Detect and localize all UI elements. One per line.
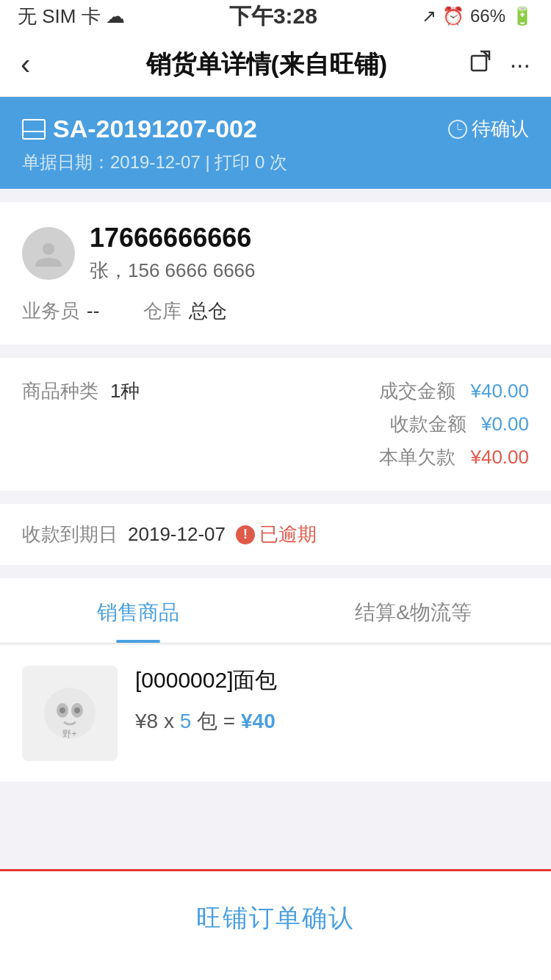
svg-point-5 <box>60 707 65 713</box>
order-id: SA-20191207-002 <box>22 115 257 143</box>
salesperson-value: -- <box>87 300 99 323</box>
svg-rect-0 <box>472 56 486 71</box>
tab-settlement[interactable]: 结算&物流等 <box>276 578 551 643</box>
product-total: ¥40 <box>241 710 276 732</box>
overdue-badge: ! 已逾期 <box>236 522 317 547</box>
more-button[interactable]: ··· <box>510 50 530 79</box>
warehouse-item: 仓库 总仓 <box>143 298 227 324</box>
clock-icon <box>448 120 467 139</box>
alarm-icon: ⏰ <box>442 6 464 26</box>
payment-amount-value: ¥0.00 <box>481 413 529 436</box>
deal-amount-value: ¥40.00 <box>470 380 529 403</box>
customer-avatar <box>22 227 75 280</box>
customer-details: 业务员 -- 仓库 总仓 <box>22 298 529 324</box>
product-unit-price: ¥8 <box>135 710 158 732</box>
svg-point-6 <box>74 707 80 713</box>
order-status: 待确认 <box>448 116 529 142</box>
customer-name: 张，156 6666 6666 <box>90 258 256 284</box>
warehouse-value: 总仓 <box>189 298 227 324</box>
balance-amount-value: ¥40.00 <box>470 446 529 469</box>
product-info: [0000002]面包 ¥8 x 5 包 = ¥40 <box>135 666 529 735</box>
tab-sales-products[interactable]: 销售商品 <box>0 578 276 643</box>
customer-section: 17666666666 张，156 6666 6666 业务员 -- 仓库 总仓 <box>0 202 551 345</box>
svg-text:野+: 野+ <box>62 729 76 739</box>
location-icon: ↗ <box>422 6 436 26</box>
svg-point-1 <box>43 243 54 255</box>
status-left: 无 SIM 卡 ☁ <box>18 4 125 29</box>
nav-bar: ‹ 销货单详情(来自旺铺) ··· <box>0 32 551 97</box>
customer-phone: 17666666666 <box>90 223 256 253</box>
confirm-order-button[interactable]: 旺铺订单确认 <box>22 886 529 951</box>
deal-amount-label: 成交金额 <box>379 378 455 404</box>
back-button[interactable]: ‹ <box>21 48 65 81</box>
due-date-section: 收款到期日 2019-12-07 ! 已逾期 <box>0 504 551 565</box>
share-button[interactable] <box>469 48 495 81</box>
product-section: 野+ [0000002]面包 ¥8 x 5 包 = ¥40 <box>0 645 551 782</box>
status-right: ↗ ⏰ 66% 🔋 <box>422 6 533 26</box>
amount-info: 成交金额 ¥40.00 收款金额 ¥0.00 本单欠款 ¥40.00 <box>379 378 529 470</box>
page-title: 销货单详情(来自旺铺) <box>146 48 388 82</box>
status-bar: 无 SIM 卡 ☁ 下午3:28 ↗ ⏰ 66% 🔋 <box>0 0 551 32</box>
overdue-text: 已逾期 <box>259 522 317 547</box>
sim-signal: 无 SIM 卡 ☁ <box>18 4 125 29</box>
order-header: SA-20191207-002 待确认 单据日期：2019-12-07 | 打印… <box>0 97 551 189</box>
overdue-icon: ! <box>236 525 255 544</box>
battery-icon: 🔋 <box>511 6 533 26</box>
product-name: [0000002]面包 <box>135 666 529 696</box>
deal-amount-row: 成交金额 ¥40.00 <box>379 378 529 404</box>
payment-amount-label: 收款金额 <box>390 411 467 437</box>
nav-actions: ··· <box>469 48 530 81</box>
category-label: 商品种类 <box>22 378 98 404</box>
balance-amount-row: 本单欠款 ¥40.00 <box>379 444 529 470</box>
product-unit: 包 <box>197 710 217 732</box>
customer-row1: 17666666666 张，156 6666 6666 <box>22 223 529 284</box>
due-date-value: 2019-12-07 <box>128 523 226 546</box>
product-qty: 5 <box>180 710 192 732</box>
product-price-row: ¥8 x 5 包 = ¥40 <box>135 707 529 735</box>
order-header-row1: SA-20191207-002 待确认 <box>22 115 529 143</box>
battery-level: 66% <box>470 6 505 26</box>
salesperson-item: 业务员 -- <box>22 298 99 324</box>
status-time: 下午3:28 <box>229 1 317 32</box>
stats-section: 商品种类 1种 成交金额 ¥40.00 收款金额 ¥0.00 本单欠款 ¥40.… <box>0 358 551 491</box>
warehouse-label: 仓库 <box>143 298 181 324</box>
category-info: 商品种类 1种 <box>22 378 379 404</box>
order-icon <box>22 119 46 140</box>
order-meta: 单据日期：2019-12-07 | 打印 0 次 <box>22 151 529 174</box>
payment-amount-row: 收款金额 ¥0.00 <box>390 411 529 437</box>
product-thumbnail: 野+ <box>22 666 118 761</box>
category-value: 1种 <box>110 378 140 404</box>
balance-amount-label: 本单欠款 <box>379 444 455 470</box>
salesperson-label: 业务员 <box>22 298 79 324</box>
bottom-action-area: 旺铺订单确认 <box>0 869 551 980</box>
due-date-label: 收款到期日 <box>22 522 118 547</box>
tabs-bar: 销售商品 结算&物流等 <box>0 578 551 644</box>
customer-info: 17666666666 张，156 6666 6666 <box>90 223 256 284</box>
